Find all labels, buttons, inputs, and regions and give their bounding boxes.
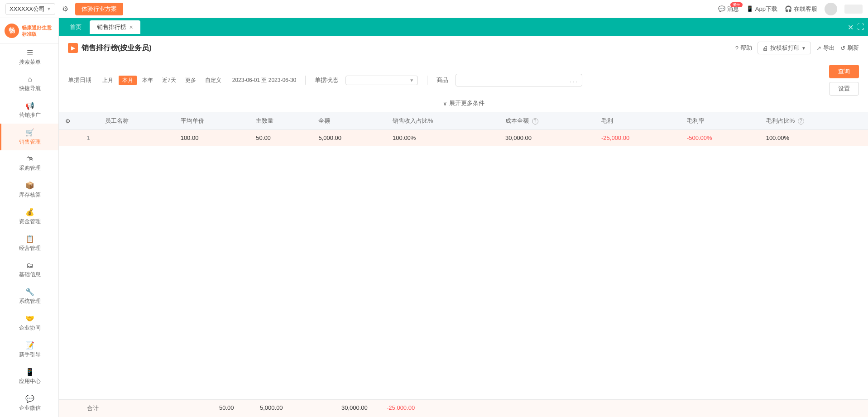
inventory-icon: 📦 <box>25 181 34 190</box>
date-tab-this-month[interactable]: 本月 <box>119 76 137 85</box>
col-sales-pct: 销售收入占比% <box>387 112 500 130</box>
sidebar-item-label: 系统管理 <box>19 297 41 305</box>
sidebar-item-system[interactable]: 🔧 系统管理 <box>0 283 58 310</box>
sidebar-item-purchase[interactable]: 🛍 采购管理 <box>0 150 58 177</box>
headset-icon: 🎧 <box>785 5 792 12</box>
col-amount: 全额 <box>313 112 387 130</box>
col-gross-pct: 毛利占比% ? <box>761 112 868 130</box>
settings-icon[interactable]: ⚙ <box>59 3 72 15</box>
avatar[interactable] <box>825 3 837 15</box>
col-settings[interactable]: ⚙ <box>59 112 77 130</box>
page-content: ▶ 销售排行榜(按业务员) ? 帮助 🖨 按模板打印 ▼ ↗ <box>59 36 868 417</box>
template-print-label: 按模板打印 <box>770 44 800 52</box>
more-dots[interactable]: ... <box>570 76 578 84</box>
sidebar-item-label: 采购管理 <box>19 164 41 172</box>
sidebar-item-marketing[interactable]: 📢 营销推广 <box>0 97 58 124</box>
tab-sales-rank-label: 销售排行榜 <box>97 23 126 31</box>
date-tab-7days[interactable]: 近7天 <box>158 76 180 85</box>
sidebar-item-finance[interactable]: 💰 资金管理 <box>0 203 58 230</box>
col-gross-rate: 毛利率 <box>681 112 761 130</box>
maximize-icon[interactable]: ⛶ <box>857 23 864 32</box>
row-cost: 30,000.00 <box>500 130 596 146</box>
footer-avg-price <box>173 404 214 412</box>
guide-icon: 📝 <box>25 341 34 350</box>
top-bar: XXXXXX公司 ▼ ⚙ 体验行业方案 💬 消息 99+ 📱 App下载 🎧 在… <box>0 0 868 18</box>
row-name <box>100 130 175 146</box>
goods-filter-input[interactable]: ... <box>456 74 582 86</box>
export-button[interactable]: ↗ 导出 <box>816 44 835 52</box>
col-avg-price: 平均单价 <box>175 112 251 130</box>
purchase-icon: 🛍 <box>26 155 34 163</box>
date-range-display: 2023-06-01 至 2023-06-30 <box>232 77 296 84</box>
try-industry-button[interactable]: 体验行业方案 <box>75 3 123 15</box>
tab-right-actions: ✕ ⛶ <box>848 23 864 32</box>
online-support-button[interactable]: 🎧 在线客服 <box>785 5 817 13</box>
page-title: 销售排行榜(按业务员) <box>82 43 152 53</box>
expand-conditions-button[interactable]: ∨ 展开更多条件 <box>443 99 484 107</box>
company-selector[interactable]: XXXXXX公司 ▼ <box>5 3 55 15</box>
tab-sales-rank[interactable]: 销售排行榜 ✕ <box>90 20 140 34</box>
sidebar-item-inventory[interactable]: 📦 库存核算 <box>0 177 58 203</box>
online-support-label: 在线客服 <box>794 5 817 13</box>
row-settings <box>59 130 77 146</box>
row-qty: 50.00 <box>250 130 313 146</box>
settings-button[interactable]: 设置 <box>829 82 859 96</box>
logo-text: 畅康通好生意标准版 <box>22 24 52 38</box>
date-tab-prev-month[interactable]: 上月 <box>99 76 117 85</box>
sidebar-item-label: 销售管理 <box>19 138 41 146</box>
gross-pct-help-icon[interactable]: ? <box>798 118 804 125</box>
user-info[interactable] <box>844 5 863 14</box>
marketing-icon: 📢 <box>25 101 34 110</box>
sidebar-item-search[interactable]: ☰ 搜索菜单 <box>0 44 58 71</box>
col-rank <box>77 112 100 130</box>
cost-help-icon[interactable]: ? <box>532 118 538 125</box>
home-icon: ⌂ <box>28 75 32 83</box>
row-amount: 5,000.00 <box>313 130 387 146</box>
goods-filter-label: 商品 <box>436 76 448 84</box>
footer-sales-pct <box>295 404 336 412</box>
date-tab-custom[interactable]: 自定义 <box>201 76 225 85</box>
close-window-icon[interactable]: ✕ <box>848 23 854 32</box>
table-container: ⚙ 员工名称 平均单价 主数量 全额 销售收入占比% 成本全额 ? 毛利 <box>59 112 868 399</box>
sidebar-item-sales[interactable]: 🛒 销售管理 <box>0 124 58 150</box>
sidebar-item-label: 搜索菜单 <box>19 58 41 66</box>
date-tab-more[interactable]: 更多 <box>182 76 200 85</box>
help-button[interactable]: ? 帮助 <box>735 44 752 52</box>
message-button[interactable]: 💬 消息 99+ <box>718 5 739 13</box>
help-icon: ? <box>735 45 739 52</box>
sidebar: 畅 畅康通好生意标准版 ☰ 搜索菜单 ⌂ 快捷导航 📢 营销推广 🛒 销售管理 … <box>0 18 59 417</box>
sidebar-item-label: 企业微信 <box>19 404 41 412</box>
row-sales-pct: 100.00% <box>387 130 500 146</box>
refresh-button[interactable]: ↺ 刷新 <box>840 44 859 52</box>
back-button[interactable]: ▶ <box>68 43 78 53</box>
app-download-label: App下载 <box>755 5 777 13</box>
template-print-button[interactable]: 🖨 按模板打印 ▼ <box>758 42 811 54</box>
sidebar-item-label: 应用中心 <box>19 378 41 385</box>
apps-icon: 📱 <box>25 368 34 376</box>
close-tab-icon[interactable]: ✕ <box>129 24 133 30</box>
table-footer: 合计 50.00 5,000.00 30,000.00 -25,000.00 <box>59 399 868 417</box>
help-label: 帮助 <box>740 44 752 52</box>
status-chevron-icon: ▼ <box>409 78 414 83</box>
sidebar-item-label: 新手引导 <box>19 351 41 359</box>
company-name: XXXXXX公司 <box>10 5 45 13</box>
filter-divider2 <box>427 76 427 85</box>
filter-actions: 查询 设置 <box>829 65 859 96</box>
sidebar-item-shortcut[interactable]: ⌂ 快捷导航 <box>0 71 58 97</box>
sidebar-item-apps[interactable]: 📱 应用中心 <box>0 363 58 390</box>
sidebar-item-basic[interactable]: 🗂 基础信息 <box>0 257 58 283</box>
refresh-icon: ↺ <box>840 45 845 52</box>
sidebar-item-cooperation[interactable]: 🤝 企业协同 <box>0 310 58 336</box>
sidebar-item-operation[interactable]: 📋 经营管理 <box>0 230 58 257</box>
query-button[interactable]: 查询 <box>829 65 859 78</box>
expand-icon: ∨ <box>443 100 447 107</box>
date-tab-this-year[interactable]: 本年 <box>139 76 157 85</box>
logo-icon: 畅 <box>5 24 19 38</box>
page-header: ▶ 销售排行榜(按业务员) ? 帮助 🖨 按模板打印 ▼ ↗ <box>59 36 868 60</box>
app-download-button[interactable]: 📱 App下载 <box>746 5 777 13</box>
sidebar-item-wechat[interactable]: 💬 企业微信 <box>0 390 58 417</box>
sidebar-item-label: 资金管理 <box>19 218 41 225</box>
tab-home[interactable]: 首页 <box>62 20 89 34</box>
status-filter-select[interactable]: ▼ <box>345 76 418 85</box>
sidebar-item-guide[interactable]: 📝 新手引导 <box>0 336 58 363</box>
